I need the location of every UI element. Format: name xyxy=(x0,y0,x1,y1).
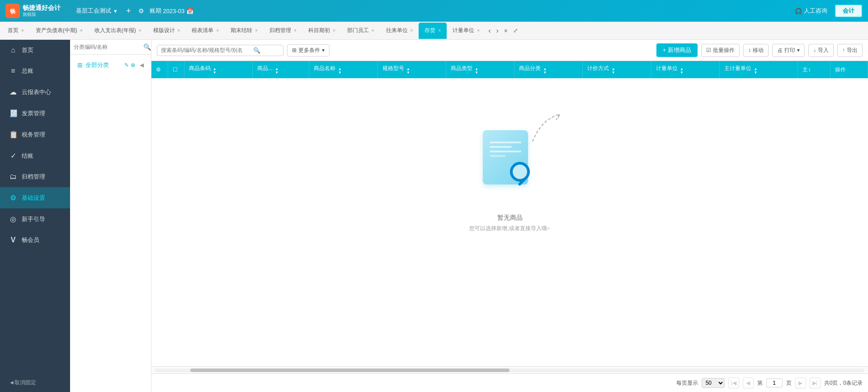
tab-period-close[interactable]: × xyxy=(255,28,258,33)
th-price-method[interactable]: 计价方式 ▲▼ xyxy=(583,61,651,78)
product-search-input[interactable] xyxy=(161,47,251,53)
tab-dept-close[interactable]: × xyxy=(372,28,374,33)
tax-icon: 📋 xyxy=(9,130,17,139)
move-button[interactable]: ↕ 移动 xyxy=(743,44,769,57)
tab-subject[interactable]: 科目期初 × xyxy=(302,23,341,39)
sidebar-item-ledger[interactable]: ≡ 总账 xyxy=(0,61,70,81)
sidebar-item-tax[interactable]: 📋 税务管理 xyxy=(0,124,70,145)
period-value: 2023-03 xyxy=(163,8,185,14)
page-first-button[interactable]: |◀ xyxy=(728,378,739,388)
th-name[interactable]: 商品名称 ▲▼ xyxy=(309,61,377,78)
tab-inventory[interactable]: 存货 × xyxy=(419,23,447,39)
add-tab-button[interactable]: + xyxy=(124,6,133,16)
account-button[interactable]: 会计 xyxy=(835,4,863,18)
sort-type-icon: ▲▼ xyxy=(475,67,478,75)
left-search-area: 🔍 xyxy=(70,40,151,55)
tab-prev-button[interactable]: ‹ xyxy=(486,27,493,35)
sidebar-item-archive[interactable]: 🗂 归档管理 xyxy=(0,166,70,187)
tab-balance-close[interactable]: × xyxy=(80,28,83,33)
tab-archive-close[interactable]: × xyxy=(294,28,297,33)
tab-contacts-label: 往来单位 xyxy=(386,27,408,34)
print-button[interactable]: 🖨 打印 ▾ xyxy=(772,44,805,57)
tab-template[interactable]: 模版设计 × xyxy=(147,23,186,39)
tab-close-all-button[interactable]: × xyxy=(501,27,510,34)
tab-balance[interactable]: 资产负债表(中期) × xyxy=(30,23,89,39)
th-category[interactable]: 商品分类 ▲▼ xyxy=(514,61,583,78)
page-prev-button[interactable]: ◀ xyxy=(743,378,754,388)
company-selector[interactable]: 基层工会测试 ▾ xyxy=(72,5,121,17)
sidebar-item-member[interactable]: V 畅会员 xyxy=(0,230,70,250)
sidebar-item-close[interactable]: ✓ 结账 xyxy=(0,145,70,166)
th-barcode[interactable]: 商品条码 ▲▼ xyxy=(184,61,252,78)
tab-expand-button[interactable]: ⤢ xyxy=(510,27,521,34)
th-type[interactable]: 商品类型 ▲▼ xyxy=(446,61,514,78)
add-product-button[interactable]: + 新增商品 xyxy=(656,43,698,57)
tab-income[interactable]: 收入支出表(年报) × xyxy=(89,23,147,39)
period-label: 账期 xyxy=(150,7,161,15)
category-action-icons: ✎ ⊕ xyxy=(124,62,135,68)
search-submit-icon[interactable]: 🔍 xyxy=(253,47,260,54)
sidebar-item-reports[interactable]: ☁ 云报表中心 xyxy=(0,81,70,103)
tab-home-label: 首页 xyxy=(8,27,19,34)
sidebar-unpin-button[interactable]: ◄取消固定 xyxy=(0,373,70,392)
batch-icon: ☑ xyxy=(706,47,711,53)
tab-tax-close[interactable]: × xyxy=(216,28,219,33)
add-category-button[interactable]: ⊕ xyxy=(131,62,135,68)
tab-inventory-close[interactable]: × xyxy=(438,28,441,33)
scroll-thumb[interactable] xyxy=(190,368,509,372)
sidebar-item-guide[interactable]: ◎ 新手引导 xyxy=(0,208,70,230)
tab-dept[interactable]: 部门员工 × xyxy=(341,23,380,39)
sidebar-invoice-label: 发票管理 xyxy=(22,109,45,118)
tab-unit[interactable]: 计量单位 × xyxy=(447,23,486,39)
category-search-input[interactable] xyxy=(74,44,142,50)
table-container: ⚙ ☐ 商品条码 ▲▼ 商品... ▲▼ xyxy=(151,61,868,366)
th-code[interactable]: 商品... ▲▼ xyxy=(252,61,309,78)
th-action: 操作 xyxy=(830,61,868,78)
th-extra[interactable]: 主↕ xyxy=(798,61,830,78)
filter-label: 更多条件 xyxy=(298,47,320,54)
th-checkbox[interactable]: ☐ xyxy=(168,61,184,78)
tab-contacts-close[interactable]: × xyxy=(410,28,413,33)
th-unit[interactable]: 计量单位 ▲▼ xyxy=(651,61,719,78)
tab-archive[interactable]: 归档管理 × xyxy=(264,23,302,39)
tab-tax[interactable]: 税表清单 × xyxy=(186,23,225,39)
page-next-button[interactable]: ▶ xyxy=(795,378,806,388)
tab-income-close[interactable]: × xyxy=(139,28,142,33)
th-settings[interactable]: ⚙ xyxy=(151,61,168,78)
sidebar-item-invoice[interactable]: 🧾 发票管理 xyxy=(0,103,70,124)
edit-category-button[interactable]: ✎ xyxy=(124,62,129,68)
batch-operate-button[interactable]: ☑ 批量操作 xyxy=(701,44,740,57)
page-size-select[interactable]: 50 100 200 xyxy=(702,378,725,388)
tab-home[interactable]: 首页 × xyxy=(2,23,30,39)
consultation-button[interactable]: 🎧 人工咨询 xyxy=(791,5,831,17)
tab-unit-close[interactable]: × xyxy=(477,28,480,33)
tab-next-button[interactable]: › xyxy=(493,27,501,35)
right-content: 🔍 ⊞ 更多条件 ▾ + 新增商品 ☑ 批量操作 xyxy=(151,40,868,392)
collapse-panel-button[interactable]: ◀ xyxy=(140,62,144,68)
th-main-unit[interactable]: 主计量单位 ▲▼ xyxy=(720,61,798,78)
tab-income-label: 收入支出表(年报) xyxy=(94,27,136,34)
tab-period[interactable]: 期末结转 × xyxy=(225,23,264,39)
page-last-button[interactable]: ▶| xyxy=(810,378,821,388)
logo-icon: 畅 xyxy=(5,4,20,18)
invoice-icon: 🧾 xyxy=(9,109,17,118)
import-button[interactable]: ↓ 导入 xyxy=(808,44,834,57)
sidebar-item-home[interactable]: ⌂ 首页 xyxy=(0,40,70,61)
filter-icon: ⊞ xyxy=(292,47,297,53)
settings-icon: ⚙ xyxy=(9,194,17,202)
more-filter-button[interactable]: ⊞ 更多条件 ▾ xyxy=(287,44,330,57)
scroll-track[interactable] xyxy=(155,368,864,372)
page-input[interactable] xyxy=(766,378,783,387)
export-button[interactable]: ↑ 导出 xyxy=(837,44,863,57)
sidebar-item-settings[interactable]: ⚙ 基础设置 xyxy=(0,187,70,208)
tab-unit-label: 计量单位 xyxy=(453,27,474,34)
tab-home-close[interactable]: × xyxy=(21,28,24,33)
settings-button[interactable]: ⚙ xyxy=(137,7,146,14)
category-all[interactable]: ⊞ 全部分类 ✎ ⊕ ◀ xyxy=(74,58,147,72)
tab-template-close[interactable]: × xyxy=(178,28,180,33)
calendar-icon[interactable]: 📅 xyxy=(186,8,193,14)
tab-subject-close[interactable]: × xyxy=(333,28,335,33)
tab-contacts[interactable]: 往来单位 × xyxy=(380,23,419,39)
th-spec[interactable]: 规格型号 ▲▼ xyxy=(377,61,446,78)
sidebar-ledger-label: 总账 xyxy=(22,67,33,75)
